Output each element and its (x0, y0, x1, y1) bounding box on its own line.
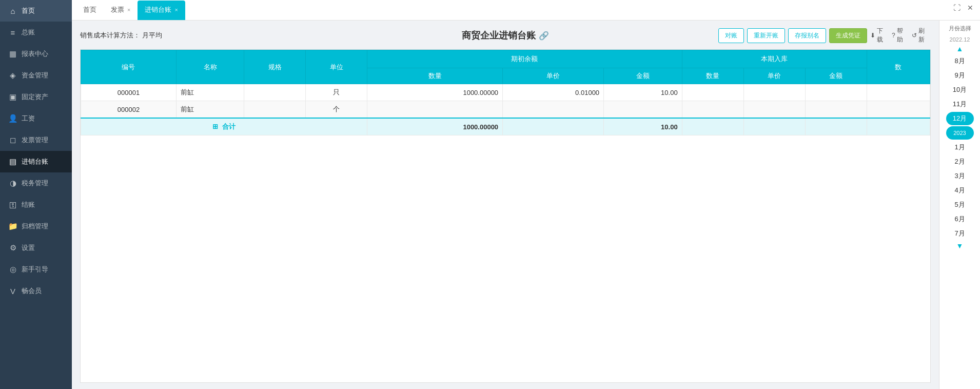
month-item-2023-4[interactable]: 4月 (946, 184, 974, 197)
download-icon: ⬇ (870, 32, 875, 39)
month-item-2023-3[interactable]: 3月 (946, 169, 974, 183)
sidebar-item-label: 结账 (22, 200, 35, 209)
sidebar-item-home[interactable]: ⌂ 首页 (0, 0, 72, 22)
sidebar-item-settings[interactable]: ⚙ 设置 (0, 237, 72, 259)
table-row[interactable]: 000002 前缸 个 (81, 101, 930, 119)
reports-icon: ▦ (8, 49, 17, 59)
col-header-name: 名称 (176, 50, 244, 84)
month-item-2023-7[interactable]: 7月 (946, 227, 974, 240)
page-title-text: 商贸企业进销台账 (462, 29, 536, 42)
cell-inbound-price (743, 84, 805, 101)
col-header-opening-amount: 金额 (604, 68, 682, 84)
month-item-2023-1[interactable]: 1月 (946, 141, 974, 154)
sidebar-item-assets[interactable]: ▣ 固定资产 (0, 86, 72, 108)
month-item-label: 12月 (953, 114, 967, 123)
total-opening-amount: 10.00 (604, 118, 682, 135)
sidebar-item-label: 进销台账 (22, 157, 48, 166)
scroll-down-button[interactable]: ▼ (946, 241, 974, 251)
refresh-button[interactable]: ↺ 刷新 (912, 27, 931, 44)
tab-invoice[interactable]: 发票 × (104, 1, 138, 20)
closing-icon: ⚿ (8, 201, 17, 209)
sidebar-item-funds[interactable]: ◈ 资金管理 (0, 65, 72, 86)
sidebar-item-label: 发票管理 (22, 135, 48, 145)
cell-opening-qty (367, 101, 503, 119)
tab-inventory-close[interactable]: × (174, 7, 178, 13)
sidebar-item-guide[interactable]: ◎ 新手引导 (0, 259, 72, 280)
month-item-9[interactable]: 9月 (946, 69, 974, 82)
total-inbound-qty (682, 118, 743, 135)
col-header-inbound-amount: 金额 (805, 68, 867, 84)
sidebar-item-ledger[interactable]: ≡ 总账 (0, 22, 72, 43)
table-body: 000001 前缸 只 1000.00000 0.01000 10.00 (81, 84, 930, 135)
maximize-button[interactable]: ⛶ (952, 3, 962, 12)
month-item-label: 5月 (954, 200, 965, 209)
data-table-container[interactable]: 编号 名称 规格 单位 期初余额 本期入库 数 数量 单价 (80, 49, 931, 383)
assets-icon: ▣ (8, 92, 17, 102)
month-panel-title: 月份选择 (947, 24, 973, 33)
tabs-bar: 首页 发票 × 进销台账 × (72, 0, 980, 21)
total-inbound-price (743, 118, 805, 135)
month-item-8[interactable]: 8月 (946, 54, 974, 68)
tab-invoice-label: 发票 (111, 5, 124, 14)
cell-extra (867, 101, 930, 119)
cell-inbound-amount (805, 101, 867, 119)
scroll-up-button[interactable]: ▲ (946, 44, 974, 54)
help-button[interactable]: ? 帮助 (892, 27, 909, 44)
page-title-icon[interactable]: 🔗 (539, 31, 549, 41)
sidebar-item-inventory[interactable]: ▤ 进销台账 (0, 151, 72, 172)
content-area: 销售成本计算方法： 月平均 商贸企业进销台账 🔗 对账 重新开账 存报别名 生成… (72, 21, 939, 389)
cell-code: 000001 (81, 84, 177, 101)
year-2023-marker: 2023 (946, 126, 974, 140)
total-extra (867, 118, 930, 135)
sidebar-item-member[interactable]: V 畅会员 (0, 280, 72, 302)
main-area: 首页 发票 × 进销台账 × 销售成本计算方法： 月平均 商贸企业进销台账 (72, 0, 980, 389)
table-row[interactable]: 000001 前缸 只 1000.00000 0.01000 10.00 (81, 84, 930, 101)
cell-inbound-qty (682, 84, 743, 101)
help-icon: ? (892, 32, 895, 39)
tab-home[interactable]: 首页 (76, 1, 104, 20)
sidebar-item-label: 归档管理 (22, 222, 48, 231)
month-item-11[interactable]: 11月 (946, 98, 974, 111)
sidebar-item-label: 设置 (22, 243, 35, 252)
sidebar-item-tax[interactable]: ◑ 税务管理 (0, 172, 72, 194)
cell-code: 000002 (81, 101, 177, 119)
cell-extra (867, 84, 930, 101)
month-item-2023-2[interactable]: 2月 (946, 155, 974, 168)
cost-method-label: 销售成本计算方法： (80, 31, 140, 39)
col-header-inbound-price: 单价 (743, 68, 805, 84)
tab-invoice-close[interactable]: × (127, 7, 130, 13)
save-alias-button[interactable]: 存报别名 (788, 28, 826, 43)
month-item-label: 10月 (953, 85, 967, 94)
sidebar-item-label: 畅会员 (22, 286, 42, 296)
month-item-2023-6[interactable]: 6月 (946, 212, 974, 226)
sidebar-item-archive[interactable]: 📁 归档管理 (0, 216, 72, 237)
generate-voucher-button[interactable]: 生成凭证 (829, 28, 867, 43)
sidebar-item-closing[interactable]: ⚿ 结账 (0, 194, 72, 216)
month-item-10[interactable]: 10月 (946, 83, 974, 96)
cell-spec (244, 84, 306, 101)
tab-inventory[interactable]: 进销台账 × (138, 1, 185, 20)
cell-opening-amount: 10.00 (604, 84, 682, 101)
reopen-button[interactable]: 重新开账 (747, 28, 785, 43)
cost-method-value: 月平均 (142, 31, 162, 39)
reconcile-button[interactable]: 对账 (718, 28, 744, 43)
cell-inbound-price (743, 101, 805, 119)
download-button[interactable]: ⬇ 下载 (870, 27, 889, 44)
cell-opening-price (503, 101, 604, 119)
refresh-icon: ↺ (912, 32, 917, 39)
total-inbound-amount (805, 118, 867, 135)
content-header: 销售成本计算方法： 月平均 商贸企业进销台账 🔗 对账 重新开账 存报别名 生成… (80, 27, 931, 44)
close-button[interactable]: ✕ (966, 3, 975, 12)
tab-inventory-label: 进销台账 (145, 5, 171, 14)
sidebar-item-label: 工资 (22, 114, 35, 123)
year-2022-label: 2022.12 (939, 35, 980, 44)
window-controls: ⛶ ✕ (952, 3, 975, 12)
sidebar-item-payroll[interactable]: 👤 工资 (0, 108, 72, 129)
month-item-12[interactable]: 12月 (946, 112, 974, 125)
tax-icon: ◑ (8, 179, 17, 188)
sidebar-item-reports[interactable]: ▦ 报表中心 (0, 43, 72, 65)
month-item-2023-5[interactable]: 5月 (946, 198, 974, 211)
sidebar-item-label: 报表中心 (22, 49, 48, 59)
member-icon: V (8, 287, 17, 296)
sidebar-item-invoice-mgmt[interactable]: ◻ 发票管理 (0, 129, 72, 151)
